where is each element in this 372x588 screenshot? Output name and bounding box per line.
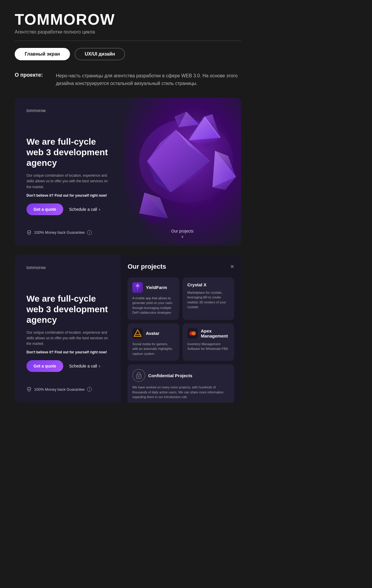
project-card-header: YieldFarm bbox=[132, 282, 174, 293]
projects-grid: YieldFarm A mobile app that allows to ge… bbox=[128, 278, 234, 403]
site-title: TOMMOROW bbox=[15, 12, 241, 27]
second-brand: tommorow bbox=[26, 265, 113, 270]
apex-name: Apex Management bbox=[201, 328, 229, 338]
tab-group: Главный экран UX/UI дизайн bbox=[15, 48, 241, 60]
hero-cta-text: Don't believe it? Find out for yourself … bbox=[26, 193, 113, 198]
confidential-name: Confidential Projects bbox=[148, 373, 192, 378]
crystalx-desc: Marketplace for crystals, leveraging AR … bbox=[187, 290, 229, 310]
about-text: Неро-часть страницы для агентства разраб… bbox=[56, 72, 241, 87]
project-card-apex: Apex Management Inventory Management Sof… bbox=[183, 323, 234, 361]
hero-footer: 100% Money back Guarantee i bbox=[26, 230, 113, 235]
hero-buttons: Get a quote Schedule a call › bbox=[26, 203, 113, 215]
second-hero-buttons: Get a quote Schedule a call › bbox=[26, 360, 113, 372]
projects-panel: Our projects × bbox=[121, 255, 241, 403]
confidential-desc: We have worked on many more projects, wi… bbox=[132, 385, 229, 400]
chevron-right-icon-2: › bbox=[99, 364, 100, 368]
yieldfarm-icon bbox=[132, 282, 143, 293]
hero-left-panel: tommorow We are full-cycle web 3 develop… bbox=[15, 98, 124, 246]
hero-visual: Our projects ∨ bbox=[124, 98, 241, 246]
second-guarantee-text: 100% Money back Guarantee bbox=[34, 387, 85, 392]
shield-icon bbox=[26, 230, 32, 235]
hero-title: We are full-cycle web 3 development agen… bbox=[26, 136, 113, 168]
tab-main[interactable]: Главный экран bbox=[15, 48, 70, 60]
projects-panel-header: Our projects × bbox=[128, 263, 234, 270]
projects-panel-title: Our projects bbox=[128, 263, 166, 270]
svg-rect-24 bbox=[137, 286, 138, 290]
get-quote-button-2[interactable]: Get a quote bbox=[26, 360, 63, 372]
about-section: О проекте: Неро-часть страницы для агент… bbox=[15, 72, 241, 87]
avatar-desc: Social media for gamers, with an automat… bbox=[132, 342, 174, 356]
second-left-panel: tommorow We are full-cycle web 3 develop… bbox=[15, 255, 124, 403]
project-card-avatar-header: Avatar bbox=[132, 328, 174, 339]
site-subtitle: Агентство разработки полного цикла bbox=[15, 29, 241, 35]
confidential-icon bbox=[132, 369, 145, 382]
svg-point-30 bbox=[192, 331, 196, 335]
close-projects-button[interactable]: × bbox=[230, 263, 234, 270]
avatar-name: Avatar bbox=[146, 331, 159, 336]
hero-card-2: tommorow We are full-cycle web 3 develop… bbox=[15, 255, 241, 403]
project-card-avatar: Avatar Social media for gamers, with an … bbox=[128, 323, 179, 361]
yieldfarm-desc: A mobile app that allows to generate yie… bbox=[132, 296, 174, 315]
hero-card-1: tommorow We are full-cycle web 3 develop… bbox=[15, 98, 241, 246]
chevron-down-icon: ∨ bbox=[171, 235, 193, 239]
second-cta-text: Don't believe it? Find out for yourself … bbox=[26, 350, 113, 354]
avatar-icon bbox=[132, 328, 143, 339]
hero-brand: tommorow bbox=[26, 108, 113, 113]
svg-point-32 bbox=[138, 376, 139, 377]
info-icon[interactable]: i bbox=[87, 230, 92, 235]
second-footer: 100% Money back Guarantee i bbox=[26, 387, 113, 392]
yieldfarm-name: YieldFarm bbox=[146, 285, 167, 290]
about-label: О проекте: bbox=[15, 72, 47, 78]
guarantee-text: 100% Money back Guarantee bbox=[34, 230, 85, 235]
header-divider bbox=[15, 41, 241, 41]
second-title: We are full-cycle web 3 development agen… bbox=[26, 293, 113, 325]
project-card-confidential: Confidential Projects We have worked on … bbox=[128, 364, 234, 402]
crystalx-name: Crystal X bbox=[187, 282, 206, 287]
project-card-confidential-header: Confidential Projects bbox=[132, 369, 229, 382]
second-description: Our unique combination of location, expe… bbox=[26, 330, 113, 347]
project-card-yieldfarm: YieldFarm A mobile app that allows to ge… bbox=[128, 278, 179, 320]
project-card-crystalx-header: Crystal X bbox=[187, 282, 229, 287]
project-card-crystalx: Crystal X Marketplace for crystals, leve… bbox=[183, 278, 234, 320]
apex-icon bbox=[187, 328, 198, 339]
schedule-call-button-2[interactable]: Schedule a call › bbox=[69, 364, 100, 368]
schedule-call-button-1[interactable]: Schedule a call › bbox=[69, 207, 100, 212]
project-card-apex-header: Apex Management bbox=[187, 328, 229, 339]
chevron-right-icon: › bbox=[99, 207, 100, 212]
apex-desc: Inventory Management Software for Wholes… bbox=[187, 342, 229, 351]
our-projects-badge: Our projects ∨ bbox=[171, 229, 193, 239]
info-icon-2[interactable]: i bbox=[87, 387, 92, 392]
tab-uxui[interactable]: UX/UI дизайн bbox=[75, 48, 125, 60]
shield-icon-2 bbox=[26, 387, 32, 392]
hero-description: Our unique combination of location, expe… bbox=[26, 173, 113, 190]
get-quote-button[interactable]: Get a quote bbox=[26, 203, 63, 215]
